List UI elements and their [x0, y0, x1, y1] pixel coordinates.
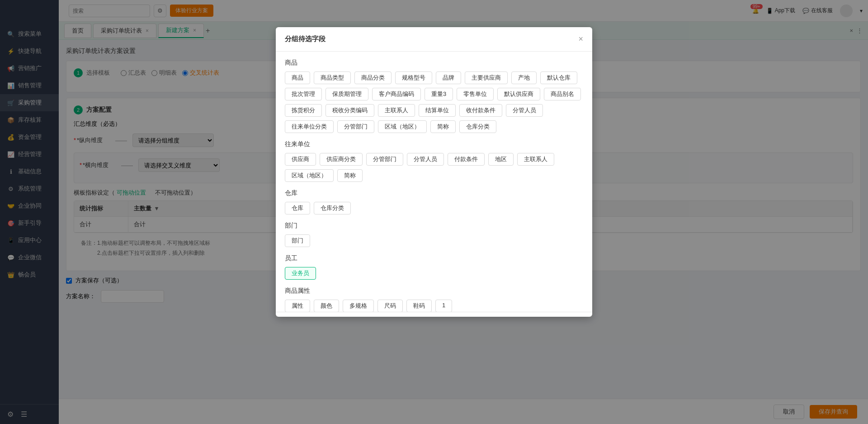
modal-section-tags-3: 部门 [285, 234, 583, 247]
tag-0-13[interactable]: 默认供应商 [497, 88, 540, 100]
tag-0-2[interactable]: 商品分类 [354, 71, 392, 84]
tag-2-1[interactable]: 仓库分类 [314, 202, 351, 214]
modal-section-3: 部门部门 [285, 222, 583, 247]
modal-section-title-3: 部门 [285, 222, 583, 230]
tag-1-8[interactable]: 简称 [337, 169, 363, 182]
modal-close-button[interactable]: × [578, 34, 583, 44]
tag-0-18[interactable]: 结算单位 [419, 104, 456, 117]
tag-0-20[interactable]: 分管人员 [506, 104, 543, 117]
tag-0-3[interactable]: 规格型号 [395, 71, 432, 84]
tag-0-6[interactable]: 产地 [511, 71, 537, 84]
tag-0-24[interactable]: 简称 [430, 120, 456, 133]
tag-2-0[interactable]: 仓库 [285, 202, 310, 214]
modal-section-4: 员工业务员 [285, 254, 583, 280]
tag-0-0[interactable]: 商品 [285, 71, 310, 84]
modal-section-title-5: 商品属性 [285, 287, 583, 295]
tag-0-14[interactable]: 商品别名 [544, 88, 581, 100]
tag-0-10[interactable]: 客户商品编码 [372, 88, 421, 100]
modal-section-tags-1: 供应商供应商分类分管部门分管人员付款条件地区主联系人区域（地区）简称 [285, 153, 583, 182]
tag-0-21[interactable]: 往来单位分类 [285, 120, 334, 133]
modal-overlay: 分组待选字段 × 商品商品商品类型商品分类规格型号品牌主要供应商产地默认仓库批次… [0, 0, 868, 424]
modal-horizontal-scrollbar[interactable] [276, 312, 592, 317]
tag-5-1[interactable]: 颜色 [314, 300, 339, 312]
tag-5-0[interactable]: 属性 [285, 300, 310, 312]
tag-0-25[interactable]: 仓库分类 [459, 120, 496, 133]
tag-5-5[interactable]: 1 [435, 300, 452, 312]
tag-0-12[interactable]: 零售单位 [457, 88, 494, 100]
tag-1-3[interactable]: 分管人员 [407, 153, 444, 166]
tag-1-7[interactable]: 区域（地区） [285, 169, 334, 182]
tag-4-0[interactable]: 业务员 [285, 267, 316, 280]
tag-1-5[interactable]: 地区 [488, 153, 514, 166]
tag-3-0[interactable]: 部门 [285, 234, 310, 247]
tag-5-2[interactable]: 多规格 [343, 300, 374, 312]
tag-0-16[interactable]: 税收分类编码 [326, 104, 374, 117]
modal-section-tags-5: 属性颜色多规格尺码鞋码1 [285, 300, 583, 312]
tag-0-19[interactable]: 收付款条件 [459, 104, 502, 117]
modal-section-0: 商品商品商品类型商品分类规格型号品牌主要供应商产地默认仓库批次管理保质期管理客户… [285, 59, 583, 133]
tag-0-9[interactable]: 保质期管理 [326, 88, 368, 100]
tag-0-7[interactable]: 默认仓库 [540, 71, 577, 84]
modal-section-tags-4: 业务员 [285, 267, 583, 280]
tag-0-8[interactable]: 批次管理 [285, 88, 322, 100]
tag-0-4[interactable]: 品牌 [436, 71, 461, 84]
tag-0-22[interactable]: 分管部门 [337, 120, 374, 133]
tag-0-1[interactable]: 商品类型 [314, 71, 351, 84]
tag-0-11[interactable]: 重量3 [425, 88, 453, 100]
tag-0-5[interactable]: 主要供应商 [465, 71, 508, 84]
tag-1-0[interactable]: 供应商 [285, 153, 316, 166]
tag-1-6[interactable]: 主联系人 [517, 153, 554, 166]
tag-1-2[interactable]: 分管部门 [366, 153, 403, 166]
tag-1-1[interactable]: 供应商分类 [320, 153, 363, 166]
modal-body: 商品商品商品类型商品分类规格型号品牌主要供应商产地默认仓库批次管理保质期管理客户… [276, 52, 592, 312]
modal-section-title-1: 往来单位 [285, 140, 583, 148]
modal-section-title-4: 员工 [285, 254, 583, 262]
modal-section-5: 商品属性属性颜色多规格尺码鞋码1 [285, 287, 583, 312]
modal-section-1: 往来单位供应商供应商分类分管部门分管人员付款条件地区主联系人区域（地区）简称 [285, 140, 583, 182]
modal-section-title-0: 商品 [285, 59, 583, 67]
tag-5-4[interactable]: 鞋码 [406, 300, 432, 312]
tag-0-17[interactable]: 主联系人 [378, 104, 415, 117]
modal-title: 分组待选字段 [285, 35, 326, 43]
modal-header: 分组待选字段 × [276, 27, 592, 52]
modal-section-tags-2: 仓库仓库分类 [285, 202, 583, 214]
modal-section-title-2: 仓库 [285, 189, 583, 197]
modal-section-tags-0: 商品商品类型商品分类规格型号品牌主要供应商产地默认仓库批次管理保质期管理客户商品… [285, 71, 583, 133]
tag-0-23[interactable]: 区域（地区） [378, 120, 427, 133]
modal-section-2: 仓库仓库仓库分类 [285, 189, 583, 214]
field-select-modal: 分组待选字段 × 商品商品商品类型商品分类规格型号品牌主要供应商产地默认仓库批次… [276, 27, 592, 317]
tag-5-3[interactable]: 尺码 [377, 300, 403, 312]
tag-0-15[interactable]: 拣货积分 [285, 104, 322, 117]
tag-1-4[interactable]: 付款条件 [448, 153, 485, 166]
